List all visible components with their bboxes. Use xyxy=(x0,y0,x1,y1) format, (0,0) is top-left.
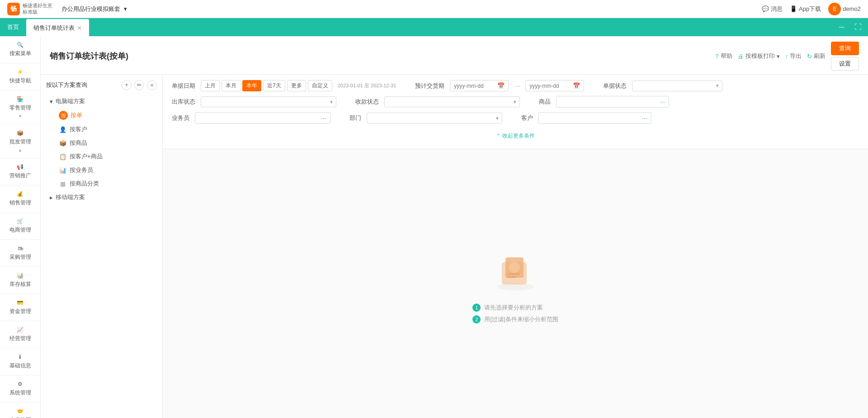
calendar-to-icon[interactable]: 📅 xyxy=(573,82,580,89)
sidebar-item-sales[interactable]: 💰 销售管理 xyxy=(0,185,40,213)
export-button[interactable]: ↑ 导出 xyxy=(785,52,802,60)
tree-item-by-customer[interactable]: 👤 按客户 xyxy=(55,123,157,136)
customer-field[interactable]: ··· xyxy=(538,112,651,124)
collapse-icon: « xyxy=(151,82,154,88)
sidebar-item-base[interactable]: ℹ 基础信息 xyxy=(0,348,40,375)
wholesale-icon: 📦 xyxy=(17,130,24,136)
page-header-actions: ? 帮助 🖨 按模板打印 ▾ ↑ 导出 ↻ 刷新 查询 xyxy=(715,42,859,71)
help-button[interactable]: ? 帮助 xyxy=(715,52,732,60)
delivery-status-select[interactable] xyxy=(201,96,336,107)
status-label: 单据状态 xyxy=(603,82,627,90)
edit-scheme-button[interactable]: ✏ xyxy=(134,80,144,90)
date-btn-custom[interactable]: 自定义 xyxy=(308,80,332,91)
print-button[interactable]: 🖨 按模板打印 ▾ xyxy=(738,52,780,60)
product-input[interactable] xyxy=(560,99,658,105)
calendar-from-icon[interactable]: 📅 xyxy=(497,82,505,89)
tree-item-by-salesperson[interactable]: 📊 按业务员 xyxy=(55,163,157,177)
sidebar-item-ecommerce[interactable]: 🛒 电商管理 xyxy=(0,213,40,240)
expected-date-from-input[interactable] xyxy=(454,83,495,89)
customer-input[interactable] xyxy=(542,115,640,121)
date-btn-this-month[interactable]: 本月 xyxy=(222,80,241,91)
retail-arrow-icon: ▾ xyxy=(19,114,21,119)
customer-more-icon[interactable]: ··· xyxy=(642,114,647,122)
app-download-button[interactable]: 📱 App下载 xyxy=(790,5,821,13)
add-icon: + xyxy=(125,82,128,88)
tab-close-icon[interactable]: ✕ xyxy=(77,25,82,31)
status-select[interactable] xyxy=(632,81,722,91)
add-scheme-button[interactable]: + xyxy=(122,80,132,90)
tab-minimize-button[interactable]: ─ xyxy=(835,21,848,33)
date-label: 单据日期 xyxy=(172,82,195,90)
sidebar-item-operations[interactable]: 📈 经营管理 xyxy=(0,321,40,348)
product-field[interactable]: ··· xyxy=(556,96,669,108)
print-dropdown-icon: ▾ xyxy=(777,53,780,60)
sidebar-item-inventory[interactable]: 📊 库存核算 xyxy=(0,267,40,294)
logo-icon: 畅 xyxy=(7,3,20,15)
search-menu-icon: 🔍 xyxy=(17,42,24,48)
date-btn-this-year[interactable]: 本年 xyxy=(242,80,261,91)
tree-category-mobile[interactable]: ▸ 移动端方案 xyxy=(46,190,157,204)
tree-item-by-category[interactable]: ▦ 按商品分类 xyxy=(55,177,157,190)
query-button[interactable]: 查询 xyxy=(831,42,859,55)
expected-date-from[interactable]: 📅 xyxy=(450,80,509,91)
left-panel: 按以下方案查询 + ✏ « xyxy=(41,75,163,418)
empty-tip-1: 1 请先选择要分析的方案 xyxy=(472,304,558,312)
tree-item-by-order[interactable]: 按 按单 xyxy=(55,108,157,123)
tab-maximize-button[interactable]: ⛶ xyxy=(852,21,864,33)
salesperson-label: 业务员 xyxy=(172,114,189,122)
sidebar-item-enterprise[interactable]: 🤝 企业协同 xyxy=(0,403,40,418)
tree-expand-icon: ▾ xyxy=(50,98,53,105)
logo-area: 畅 畅捷通好生意 标准版 xyxy=(7,3,52,15)
finance-icon: 💳 xyxy=(17,299,24,306)
customer-label: 客户 xyxy=(521,114,533,122)
tab-home[interactable]: 首页 xyxy=(0,18,26,36)
payment-status-select[interactable] xyxy=(384,96,520,107)
collapse-button[interactable]: ⌃ 收起更多条件 xyxy=(496,132,535,140)
collapse-row: ⌃ 收起更多条件 xyxy=(172,128,859,143)
user-menu[interactable]: E demo2 xyxy=(828,3,861,15)
inventory-icon: 📊 xyxy=(17,272,24,279)
department-select-wrapper: ▾ xyxy=(367,113,502,124)
sidebar-item-marketing[interactable]: 📢 营销推广 xyxy=(0,158,40,185)
top-bar: 畅 畅捷通好生意 标准版 办公用品行业模拟账套 ▾ 💬 消息 📱 App下载 E… xyxy=(0,0,868,18)
refresh-button[interactable]: ↻ 刷新 xyxy=(807,52,826,60)
content-area: 销售订单统计表(按单) ? 帮助 🖨 按模板打印 ▾ ↑ 导出 ↻ 刷新 xyxy=(41,36,868,418)
svg-rect-4 xyxy=(507,273,520,275)
sidebar-item-finance[interactable]: 💳 资金管理 xyxy=(0,294,40,321)
tree-item-by-product[interactable]: 📦 按商品 xyxy=(55,136,157,150)
page-header: 销售订单统计表(按单) ? 帮助 🖨 按模板打印 ▾ ↑ 导出 ↻ 刷新 xyxy=(41,36,868,75)
product-more-icon[interactable]: ··· xyxy=(660,98,665,105)
sidebar-item-retail[interactable]: 🏪 零售管理 ▾ xyxy=(0,90,40,124)
expected-date-to[interactable]: 📅 xyxy=(525,80,584,91)
tree-category-pc[interactable]: ▾ 电脑端方案 xyxy=(46,95,157,108)
sidebar-item-quick-nav[interactable]: ⚡ 快捷导航 xyxy=(0,63,40,90)
tree-item-by-customer-product[interactable]: 📋 按客户+商品 xyxy=(55,150,157,163)
sidebar-item-wholesale[interactable]: 📦 批发管理 ▴ xyxy=(0,124,40,158)
top-bar-left: 畅 畅捷通好生意 标准版 xyxy=(7,3,52,15)
salesperson-more-icon[interactable]: ··· xyxy=(321,114,326,122)
sidebar-item-search-menu[interactable]: 🔍 搜索菜单 xyxy=(0,36,40,63)
department-select[interactable] xyxy=(367,113,502,124)
date-btn-last-month[interactable]: 上月 xyxy=(201,80,220,91)
message-button[interactable]: 💬 消息 xyxy=(762,5,783,13)
message-icon: 💬 xyxy=(762,5,769,12)
salesperson-field[interactable]: ··· xyxy=(195,112,330,124)
expected-date-to-input[interactable] xyxy=(529,83,570,89)
payment-status-select-wrapper: ▾ xyxy=(384,96,520,107)
category-scheme-icon: ▦ xyxy=(59,180,67,188)
sidebar-item-system[interactable]: ⚙ 系统管理 xyxy=(0,375,40,403)
date-btn-7days[interactable]: 近7天 xyxy=(263,80,285,91)
main-layout: 🔍 搜索菜单 ⚡ 快捷导航 🏪 零售管理 ▾ 📦 批发管理 ▴ 📢 营销推广 💰… xyxy=(0,36,868,418)
empty-svg xyxy=(488,244,542,298)
filter-row-2: 出库状态 ▾ 收款状态 ▾ 商品 ··· xyxy=(172,96,859,108)
sidebar-item-purchase[interactable]: 🛍 采购管理 xyxy=(0,240,40,267)
salesperson-input[interactable] xyxy=(199,115,319,121)
edit-icon: ✏ xyxy=(137,82,142,88)
svg-rect-5 xyxy=(507,276,516,278)
tab-sales-order-stats[interactable]: 销售订单统计表 ✕ xyxy=(26,19,89,37)
settings-button[interactable]: 设置 xyxy=(831,57,859,71)
order-scheme-icon: 按 xyxy=(59,111,68,120)
collapse-panel-button[interactable]: « xyxy=(147,80,157,90)
date-btn-more[interactable]: 更多 xyxy=(287,80,306,91)
avatar: E xyxy=(828,3,841,15)
